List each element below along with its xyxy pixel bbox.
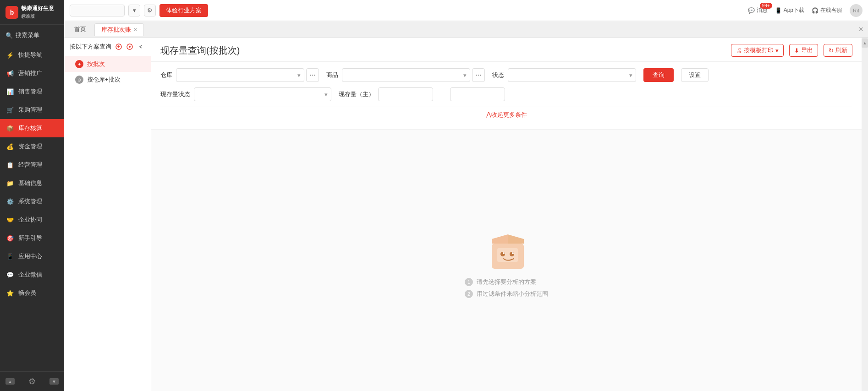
product-filter: 商品 ···	[326, 68, 485, 82]
page-actions: 🖨 按模板打印 ▾ ⬇ 导出 ↻ 刷新	[731, 44, 852, 57]
empty-tip-2: 2 用过滤条件来缩小分析范围	[465, 290, 548, 298]
sidebar-item-newbie[interactable]: 🎯 新手引导	[0, 229, 64, 247]
product-select[interactable]	[342, 68, 470, 82]
sidebar-item-shortcuts[interactable]: ⚡ 快捷导航	[0, 46, 64, 64]
left-panel: 按以下方案查询 ✦ 按批次 ⊙ 按	[64, 38, 151, 391]
scheme-inactive-icon: ⊙	[75, 76, 83, 84]
topbar: ▾ ⚙ 体验行业方案 💬 消息 99+ 📱 App下载 🎧 在线客服 Rit	[64, 0, 868, 21]
tab-inventory-batch[interactable]: 库存批次账 ×	[94, 23, 144, 36]
sidebar-item-wechat[interactable]: 💬 企业微信	[0, 266, 64, 284]
vip-icon: ⭐	[5, 288, 15, 298]
product-dots-btn[interactable]: ···	[472, 68, 485, 82]
empty-tips: 1 请先选择要分析的方案 2 用过滤条件来缩小分析范围	[465, 278, 548, 298]
content-area: 按以下方案查询 ✦ 按批次 ⊙ 按	[64, 38, 868, 391]
scrollbar-thumb[interactable]: ▲	[862, 38, 868, 48]
scroll-down-btn[interactable]: ▼	[49, 378, 59, 385]
marketing-icon: 📢	[5, 69, 15, 78]
sidebar-item-basic[interactable]: 📁 基础信息	[0, 174, 64, 192]
industry-btn[interactable]: 体验行业方案	[159, 4, 208, 17]
app-download-btn[interactable]: 📱 App下载	[775, 6, 804, 14]
close-all-tabs-btn[interactable]: ×	[858, 24, 863, 34]
online-service-btn[interactable]: 🎧 在线客服	[812, 6, 842, 14]
tip-num-2: 2	[465, 290, 473, 298]
sidebar: b 畅康通好生意 标准版 🔍 搜索菜单 ⚡ 快捷导航 📢 营销推广 📊 销售管理…	[0, 0, 64, 391]
topbar-dropdown-btn[interactable]: ▾	[128, 5, 140, 16]
stock-status-select[interactable]	[194, 87, 331, 101]
warehouse-dots-btn[interactable]: ···	[306, 68, 319, 82]
sidebar-header: b 畅康通好生意 标准版	[0, 0, 64, 25]
apps-icon: 📱	[5, 252, 15, 261]
page-title: 现存量查询(按批次)	[160, 44, 240, 57]
topbar-search-input[interactable]	[70, 5, 125, 16]
svg-point-11	[503, 252, 505, 254]
sidebar-item-marketing[interactable]: 📢 营销推广	[0, 64, 64, 82]
shortcuts-icon: ⚡	[5, 50, 15, 60]
basic-icon: 📁	[5, 179, 15, 188]
topbar-left: ▾ ⚙ 体验行业方案	[70, 4, 744, 17]
wechat-icon: 💬	[5, 270, 15, 279]
stock-qty-min-input[interactable]	[378, 87, 433, 101]
svg-point-9	[500, 252, 505, 256]
sidebar-item-inventory[interactable]: 📦 库存核算	[0, 119, 64, 137]
tab-home[interactable]: 首页	[68, 23, 93, 36]
empty-state: 1 请先选择要分析的方案 2 用过滤条件来缩小分析范围	[151, 130, 862, 391]
sidebar-item-purchase[interactable]: 🛒 采购管理	[0, 101, 64, 119]
empty-illustration	[483, 223, 529, 269]
status-filter: 状态	[492, 68, 636, 82]
print-dropdown-icon: ▾	[775, 47, 779, 54]
messages-btn[interactable]: 💬 消息 99+	[748, 6, 768, 14]
user-avatar[interactable]: Rit	[850, 4, 863, 17]
collapse-panel-btn[interactable]	[136, 42, 145, 51]
stock-qty-dash: —	[437, 91, 446, 98]
filter-row-2: 现存量状态 现存量（主） —	[160, 87, 852, 101]
refresh-icon: ↻	[829, 47, 834, 54]
filter-row-1: 仓库 ··· 商品	[160, 68, 852, 82]
sidebar-item-finance[interactable]: 💰 资金管理	[0, 137, 64, 156]
app-logo: b 畅康通好生意 标准版	[5, 5, 59, 20]
sidebar-search[interactable]: 🔍 搜索菜单	[0, 28, 64, 42]
settings-footer-icon[interactable]: ⚙	[28, 376, 36, 386]
scheme-by-warehouse-batch[interactable]: ⊙ 按仓库+批次	[64, 72, 151, 87]
add-scheme-btn[interactable]	[114, 42, 123, 51]
message-icon: 💬	[748, 7, 755, 14]
main-content: 现存量查询(按批次) 🖨 按模板打印 ▾ ⬇ 导出 ↻ 刷新	[151, 38, 862, 391]
sidebar-item-system[interactable]: ⚙️ 系统管理	[0, 192, 64, 211]
svg-point-4	[129, 46, 131, 48]
inventory-icon: 📦	[5, 124, 15, 133]
sidebar-item-operations[interactable]: 📋 经营管理	[0, 156, 64, 174]
topbar-settings-btn[interactable]: ⚙	[144, 5, 156, 16]
left-panel-actions	[114, 42, 145, 51]
stock-qty-max-input[interactable]	[450, 87, 505, 101]
download-icon: 📱	[775, 7, 782, 14]
export-btn[interactable]: ⬇ 导出	[789, 44, 818, 57]
export-icon: ⬇	[794, 47, 799, 54]
sales-icon: 📊	[5, 87, 15, 96]
empty-tip-1: 1 请先选择要分析的方案	[465, 278, 548, 286]
collapse-more-btn[interactable]: ⋀ 收起更多条件	[160, 107, 852, 123]
sidebar-item-sales[interactable]: 📊 销售管理	[0, 82, 64, 101]
svg-point-10	[510, 252, 514, 256]
sidebar-item-apps[interactable]: 📱 应用中心	[0, 247, 64, 266]
status-select[interactable]	[508, 68, 636, 82]
sidebar-item-enterprise[interactable]: 🤝 企业协同	[0, 211, 64, 229]
filter-area: 仓库 ··· 商品	[151, 62, 862, 130]
sidebar-item-vip[interactable]: ⭐ 畅会员	[0, 284, 64, 302]
refresh-btn[interactable]: ↻ 刷新	[824, 44, 852, 57]
scheme-active-icon: ✦	[75, 60, 83, 68]
scheme-by-batch[interactable]: ✦ 按批次	[64, 56, 151, 72]
purchase-icon: 🛒	[5, 105, 15, 114]
print-btn[interactable]: 🖨 按模板打印 ▾	[731, 44, 784, 57]
sidebar-nav: ⚡ 快捷导航 📢 营销推广 📊 销售管理 🛒 采购管理 📦 库存核算 💰 资金管…	[0, 46, 64, 371]
newbie-icon: 🎯	[5, 234, 15, 243]
logo-icon: b	[5, 6, 18, 19]
warehouse-select[interactable]	[176, 68, 304, 82]
app-edition: 标准版	[21, 13, 54, 20]
finance-icon: 💰	[5, 142, 15, 151]
tab-close-btn[interactable]: ×	[134, 27, 137, 33]
svg-point-12	[512, 252, 514, 254]
enterprise-icon: 🤝	[5, 215, 15, 224]
settings-btn2[interactable]: 设置	[681, 68, 709, 82]
scroll-up-btn[interactable]: ▲	[5, 378, 15, 385]
query-btn[interactable]: 查询	[643, 68, 674, 82]
scheme-settings-btn[interactable]	[125, 42, 134, 51]
